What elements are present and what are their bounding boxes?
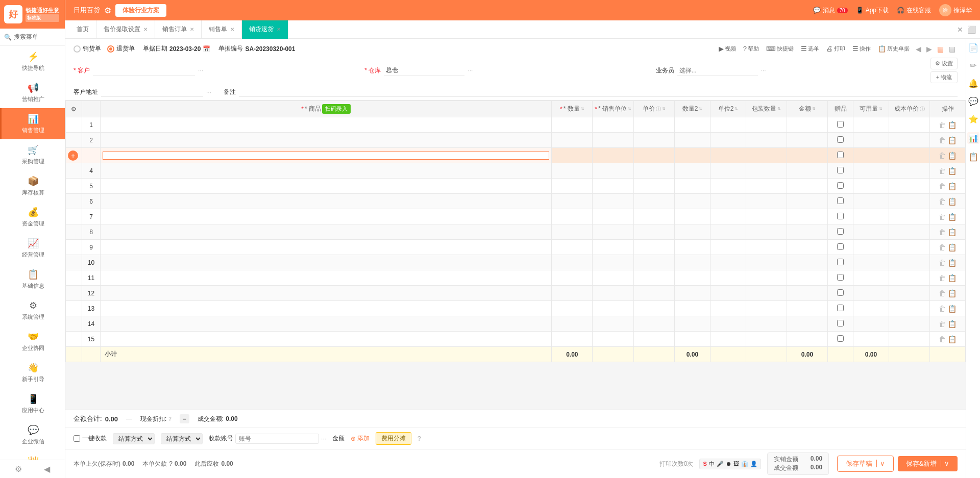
nav-prev[interactable]: ◀ <box>914 45 923 53</box>
add-row-button[interactable]: + <box>68 150 78 161</box>
tab-price-extract-close[interactable]: ✕ <box>143 27 148 32</box>
list-view-btn[interactable]: ▤ <box>947 45 958 53</box>
pack-sort-icon[interactable]: ⇅ <box>777 107 781 111</box>
price-info-icon[interactable]: ⓘ <box>656 106 661 113</box>
row-gift-2[interactable] <box>828 133 853 148</box>
account-select-btn[interactable]: ··· <box>321 435 326 442</box>
row-product-8[interactable] <box>101 224 552 240</box>
row-product-14[interactable] <box>101 316 552 332</box>
row-unit-3[interactable] <box>593 148 634 163</box>
row-product-4[interactable] <box>101 163 552 179</box>
delete-row-3[interactable]: 🗑 <box>939 152 946 160</box>
sidebar-settings-btn[interactable]: ⚙ <box>15 464 22 474</box>
toolbar-print[interactable]: 🖨 打印 <box>823 44 848 54</box>
qty2-sort-icon[interactable]: ⇅ <box>699 107 702 111</box>
row-pack-2[interactable] <box>746 133 787 148</box>
customer-addr-input[interactable] <box>101 87 203 97</box>
save-draft-button[interactable]: 保存草稿 ∨ <box>837 456 894 472</box>
row-product-12[interactable] <box>101 286 552 301</box>
row-gift-3[interactable] <box>828 148 853 163</box>
price-sort-icon[interactable]: ⇅ <box>662 107 666 111</box>
row-gift-1[interactable] <box>828 117 853 133</box>
app-download-item[interactable]: 📱 App下载 <box>856 6 889 15</box>
tab-price-extract[interactable]: 售价提取设置 ✕ <box>96 20 155 39</box>
copy-row-3[interactable]: 📋 <box>948 152 957 160</box>
account-input[interactable] <box>235 434 319 444</box>
warehouse-select-btn[interactable]: ··· <box>468 67 473 74</box>
user-profile[interactable]: 徐 徐泽华 <box>939 4 972 16</box>
dropdown-arrow-icon[interactable]: ∨ <box>876 460 885 467</box>
row-qty2-1[interactable] <box>675 117 710 133</box>
product-input-3[interactable] <box>103 152 549 160</box>
save-new-dropdown-icon[interactable]: ∨ <box>941 460 949 467</box>
taskbar-icon-rec[interactable]: ⏺ <box>726 461 731 467</box>
sidebar-item-vip[interactable]: 👑 畅会员 <box>0 450 65 460</box>
sidebar-item-guide[interactable]: 👋 新手引导 <box>0 357 65 388</box>
note-input[interactable] <box>239 87 958 97</box>
fees-split-btn[interactable]: 费用分摊 <box>376 432 411 445</box>
row-product-3[interactable] <box>101 148 552 163</box>
calendar-icon[interactable]: 📅 <box>203 45 210 53</box>
salesperson-select-btn[interactable]: ··· <box>761 67 766 74</box>
tab-sales-return-close[interactable]: ✕ <box>277 27 281 32</box>
sidebar-item-quick-nav[interactable]: ⚡ 快捷导航 <box>0 46 65 77</box>
toolbar-select[interactable]: ☰ 选单 <box>798 44 822 54</box>
taskbar-icon-cloth[interactable]: 👔 <box>741 461 748 467</box>
row-pack-1[interactable] <box>746 117 787 133</box>
taskbar-icon-img[interactable]: 🖼 <box>733 461 739 467</box>
sidebar-item-inventory[interactable]: 📦 库存核算 <box>0 170 65 202</box>
debt-help-icon[interactable]: ? <box>169 460 173 467</box>
taskbar-icon-mic[interactable]: 🎤 <box>717 461 724 467</box>
taskbar-icon-zh[interactable]: 中 <box>709 460 715 468</box>
online-service-item[interactable]: 🎧 在线客服 <box>897 6 931 15</box>
row-qty-2[interactable] <box>552 133 593 148</box>
sidebar-item-sales[interactable]: 📊 销售管理 <box>0 108 65 139</box>
row-unit2-2[interactable] <box>710 133 746 148</box>
row-product-5[interactable] <box>101 179 552 194</box>
taskbar-icon-person[interactable]: 👤 <box>750 461 757 467</box>
sidebar-item-finance[interactable]: 💰 资金管理 <box>0 202 65 233</box>
tab-sales-bill-close[interactable]: ✕ <box>230 27 234 32</box>
save-new-button[interactable]: 保存&新增 ∨ <box>898 456 958 471</box>
avail-sort-icon[interactable]: ⇅ <box>879 107 883 111</box>
toolbar-video[interactable]: ▶ 视频 <box>716 44 739 54</box>
qty-sort-icon[interactable]: ⇅ <box>581 107 584 111</box>
sidebar-item-apps[interactable]: 📱 应用中心 <box>0 388 65 419</box>
row-product-6[interactable] <box>101 194 552 209</box>
delete-row-1[interactable]: 🗑 <box>939 121 946 129</box>
one-click-collect-checkbox[interactable]: 一键收款 <box>74 434 107 443</box>
tab-sales-bill[interactable]: 销售单 ✕ <box>202 20 242 39</box>
gift-checkbox-2[interactable] <box>837 136 844 143</box>
sidebar-item-purchase[interactable]: 🛒 采购管理 <box>0 139 65 170</box>
taskbar-icon-s[interactable]: S <box>703 461 706 467</box>
copy-row-2[interactable]: 📋 <box>948 136 957 144</box>
row-price-3[interactable] <box>634 148 675 163</box>
tab-home[interactable]: 首页 <box>69 20 96 39</box>
tab-sales-order-close[interactable]: ✕ <box>190 27 194 32</box>
sidebar-item-wechat[interactable]: 💬 企业微信 <box>0 419 65 450</box>
row-price-1[interactable] <box>634 117 675 133</box>
row-price-2[interactable] <box>634 133 675 148</box>
settlement-method-select[interactable]: 结算方式 <box>113 433 155 444</box>
toolbar-history[interactable]: 📋 历史单据 <box>875 44 913 54</box>
row-qty2-2[interactable] <box>675 133 710 148</box>
grid-view-btn[interactable]: ▦ <box>935 45 946 53</box>
row-qty2-3[interactable] <box>675 148 710 163</box>
gift-checkbox-3[interactable] <box>837 152 844 158</box>
row-product-7[interactable] <box>101 209 552 224</box>
row-amount-2[interactable] <box>787 133 828 148</box>
sidebar-item-system[interactable]: ⚙ 系统管理 <box>0 295 65 326</box>
row-amount-3[interactable] <box>787 148 828 163</box>
right-panel-bell-icon[interactable]: 🔔 <box>968 79 978 88</box>
row-unit2-1[interactable] <box>710 117 746 133</box>
customer-input[interactable] <box>93 66 195 76</box>
tab-close-all[interactable]: ✕ <box>957 26 963 34</box>
unit2-sort-icon[interactable]: ⇅ <box>734 107 738 111</box>
warehouse-input[interactable] <box>384 66 464 76</box>
right-panel-edit-icon[interactable]: ✏ <box>970 61 976 70</box>
row-unit-1[interactable] <box>593 117 634 133</box>
collect-checkbox[interactable] <box>74 435 80 442</box>
row-unit-2[interactable] <box>593 133 634 148</box>
settings-btn[interactable]: ⚙ 设置 <box>930 58 958 69</box>
product-input-1[interactable] <box>103 121 549 129</box>
